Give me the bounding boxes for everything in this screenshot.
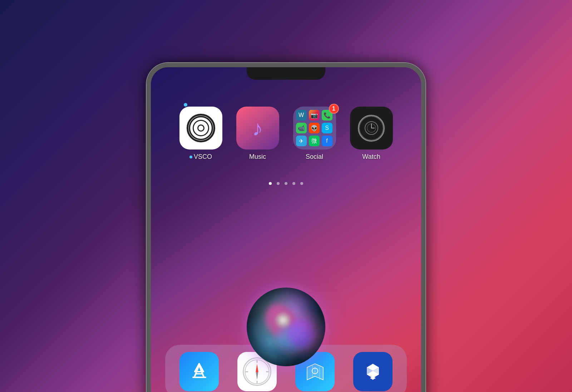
app-row: VSCO ♪ Music W <box>151 96 421 164</box>
siri-orb[interactable] <box>247 288 325 366</box>
dropbox-icon[interactable] <box>353 352 393 391</box>
wechat-mini-icon: 微 <box>309 136 320 146</box>
siri-orb-container[interactable] <box>247 288 325 366</box>
notch <box>247 67 325 80</box>
siri-center-glow <box>274 311 292 329</box>
app-item-watch[interactable]: Watch <box>350 107 393 161</box>
svg-point-0 <box>365 122 378 134</box>
music-label: Music <box>249 153 266 161</box>
social-folder-icon[interactable]: W 📷 📞 📹 👽 S ✈ 微 f 1 <box>293 107 336 150</box>
dock-item-appstore[interactable]: A <box>179 352 219 391</box>
vsco-center <box>197 124 204 132</box>
wordpress-mini-icon: W <box>296 110 307 121</box>
watch-face-svg <box>364 121 379 135</box>
page-dots <box>151 182 421 185</box>
vsco-notification-dot <box>184 103 187 107</box>
dropbox-symbol <box>361 360 385 383</box>
appstore-symbol: A <box>188 360 211 383</box>
svg-marker-15 <box>256 372 258 379</box>
phone-screen: VSCO ♪ Music W <box>151 67 421 392</box>
watch-label: Watch <box>362 153 380 161</box>
page-dot-2[interactable] <box>285 182 287 185</box>
page-dot-0[interactable] <box>269 182 272 185</box>
volume-down-button[interactable] <box>147 185 147 210</box>
app-item-vsco[interactable]: VSCO <box>179 107 222 161</box>
reddit-mini-icon: 👽 <box>309 123 320 133</box>
power-button[interactable] <box>425 139 425 164</box>
facetime-mini-icon: 📹 <box>296 123 307 133</box>
social-badge: 1 <box>329 104 339 114</box>
telegram-mini-icon: ✈ <box>296 136 307 146</box>
phone-frame: VSCO ♪ Music W <box>147 63 425 392</box>
vsco-icon[interactable] <box>179 107 222 150</box>
svg-point-1 <box>367 124 376 132</box>
social-label: Social <box>306 153 323 161</box>
vsco-inner <box>187 114 215 142</box>
dock-item-dropbox[interactable] <box>353 352 393 391</box>
music-icon[interactable]: ♪ <box>236 107 279 150</box>
skype-mini-icon: S <box>322 123 332 133</box>
vsco-label: VSCO <box>194 153 212 161</box>
appstore-icon[interactable]: A <box>179 352 219 391</box>
silent-switch[interactable] <box>147 128 147 144</box>
app-item-music[interactable]: ♪ Music <box>236 107 279 161</box>
volume-up-button[interactable] <box>147 153 147 178</box>
page-dot-4[interactable] <box>300 182 303 185</box>
app-item-social[interactable]: W 📷 📞 📹 👽 S ✈ 微 f 1 <box>293 107 336 161</box>
music-note-icon: ♪ <box>252 116 263 141</box>
vsco-label-dot <box>189 156 192 158</box>
page-dot-3[interactable] <box>292 182 295 185</box>
phone-container: VSCO ♪ Music W <box>0 0 572 392</box>
facebook-mini-icon: f <box>322 136 332 146</box>
instagram-mini-icon: 📷 <box>309 110 320 121</box>
watch-face <box>358 115 385 142</box>
page-dot-1[interactable] <box>277 182 280 185</box>
vsco-label-container: VSCO <box>189 153 212 161</box>
watch-icon[interactable] <box>350 107 393 150</box>
siri-purple-glow <box>289 319 314 348</box>
